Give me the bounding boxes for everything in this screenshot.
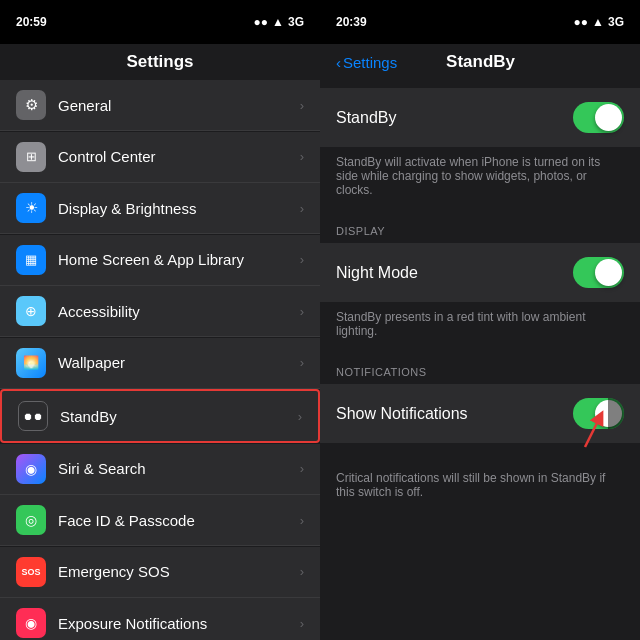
settings-item-faceid[interactable]: ◎ Face ID & Passcode ›	[0, 495, 320, 546]
chevron-icon: ›	[300, 201, 304, 216]
chevron-icon: ›	[300, 513, 304, 528]
sos-label: Emergency SOS	[58, 563, 300, 580]
wallpaper-label: Wallpaper	[58, 354, 300, 371]
settings-list: ⚙ General › ⊞ Control Center › ☀ Display…	[0, 80, 320, 640]
right-content: StandBy StandBy will activate when iPhon…	[320, 80, 640, 640]
standby-toggle-label: StandBy	[336, 109, 396, 127]
right-wifi-icon: ▲	[592, 15, 604, 29]
exposure-icon: ◉	[16, 608, 46, 638]
standby-toggle[interactable]	[573, 102, 624, 133]
settings-item-accessibility[interactable]: ⊕ Accessibility ›	[0, 286, 320, 337]
left-panel: 20:59 ●● ▲ 3G Settings ⚙ General › ⊞ Con…	[0, 0, 320, 640]
chevron-icon: ›	[300, 304, 304, 319]
back-button[interactable]: ‹ Settings	[336, 54, 397, 71]
settings-item-siri[interactable]: ◉ Siri & Search ›	[0, 444, 320, 495]
siri-icon: ◉	[16, 454, 46, 484]
settings-item-home-screen[interactable]: ▦ Home Screen & App Library ›	[0, 235, 320, 286]
svg-line-1	[585, 417, 600, 447]
right-status-icons: ●● ▲ 3G	[574, 15, 624, 29]
standby-toggle-row[interactable]: StandBy	[320, 88, 640, 147]
accessibility-label: Accessibility	[58, 303, 300, 320]
right-time: 20:39	[336, 15, 367, 29]
standby-label: StandBy	[60, 408, 298, 425]
night-mode-toggle-knob	[595, 259, 622, 286]
night-mode-toggle[interactable]	[573, 257, 624, 288]
faceid-label: Face ID & Passcode	[58, 512, 300, 529]
sos-icon: SOS	[16, 557, 46, 587]
display-label: Display & Brightness	[58, 200, 300, 217]
settings-item-control-center[interactable]: ⊞ Control Center ›	[0, 132, 320, 183]
left-status-bar: 20:59 ●● ▲ 3G	[0, 0, 320, 44]
right-panel: 20:39 ●● ▲ 3G ‹ Settings StandBy StandBy…	[320, 0, 640, 640]
notifications-section-header: NOTIFICATIONS	[320, 350, 640, 384]
wallpaper-icon: 🌅	[16, 348, 46, 378]
right-battery-label: 3G	[608, 15, 624, 29]
right-nav-title: StandBy	[446, 52, 515, 72]
chevron-icon: ›	[298, 409, 302, 424]
standby-toggle-knob	[595, 104, 622, 131]
general-icon: ⚙	[16, 90, 46, 120]
standby-icon: ⏺⏺	[18, 401, 48, 431]
chevron-icon: ›	[300, 564, 304, 579]
exposure-label: Exposure Notifications	[58, 615, 300, 632]
chevron-icon: ›	[300, 98, 304, 113]
faceid-icon: ◎	[16, 505, 46, 535]
control-center-label: Control Center	[58, 148, 300, 165]
arrow-annotation	[560, 407, 610, 461]
chevron-icon: ›	[300, 355, 304, 370]
chevron-icon: ›	[300, 461, 304, 476]
chevron-icon: ›	[300, 149, 304, 164]
left-status-icons: ●● ▲ 3G	[254, 15, 304, 29]
settings-item-display[interactable]: ☀ Display & Brightness ›	[0, 183, 320, 234]
control-center-icon: ⊞	[16, 142, 46, 172]
general-label: General	[58, 97, 300, 114]
back-label: Settings	[343, 54, 397, 71]
left-time: 20:59	[16, 15, 47, 29]
chevron-icon: ›	[300, 252, 304, 267]
display-icon: ☀	[16, 193, 46, 223]
chevron-icon: ›	[300, 616, 304, 631]
settings-item-exposure[interactable]: ◉ Exposure Notifications ›	[0, 598, 320, 640]
right-nav: ‹ Settings StandBy	[320, 44, 640, 80]
back-chevron-icon: ‹	[336, 54, 341, 71]
display-section-header: DISPLAY	[320, 209, 640, 243]
settings-title: Settings	[0, 44, 320, 80]
settings-item-wallpaper[interactable]: 🌅 Wallpaper ›	[0, 338, 320, 389]
show-notifications-description: Critical notifications will still be sho…	[320, 463, 640, 511]
standby-description: StandBy will activate when iPhone is tur…	[320, 147, 640, 209]
settings-item-sos[interactable]: SOS Emergency SOS ›	[0, 547, 320, 598]
signal-icon: ●●	[254, 15, 269, 29]
right-status-bar: 20:39 ●● ▲ 3G	[320, 0, 640, 44]
accessibility-icon: ⊕	[16, 296, 46, 326]
night-mode-description: StandBy presents in a red tint with low …	[320, 302, 640, 350]
home-screen-label: Home Screen & App Library	[58, 251, 300, 268]
wifi-icon: ▲	[272, 15, 284, 29]
siri-label: Siri & Search	[58, 460, 300, 477]
night-mode-row[interactable]: Night Mode	[320, 243, 640, 302]
battery-label: 3G	[288, 15, 304, 29]
night-mode-label: Night Mode	[336, 264, 418, 282]
settings-item-general[interactable]: ⚙ General ›	[0, 80, 320, 131]
home-screen-icon: ▦	[16, 245, 46, 275]
settings-item-standby[interactable]: ⏺⏺ StandBy ›	[0, 389, 320, 443]
show-notifications-label: Show Notifications	[336, 405, 468, 423]
right-signal-icon: ●●	[574, 15, 589, 29]
